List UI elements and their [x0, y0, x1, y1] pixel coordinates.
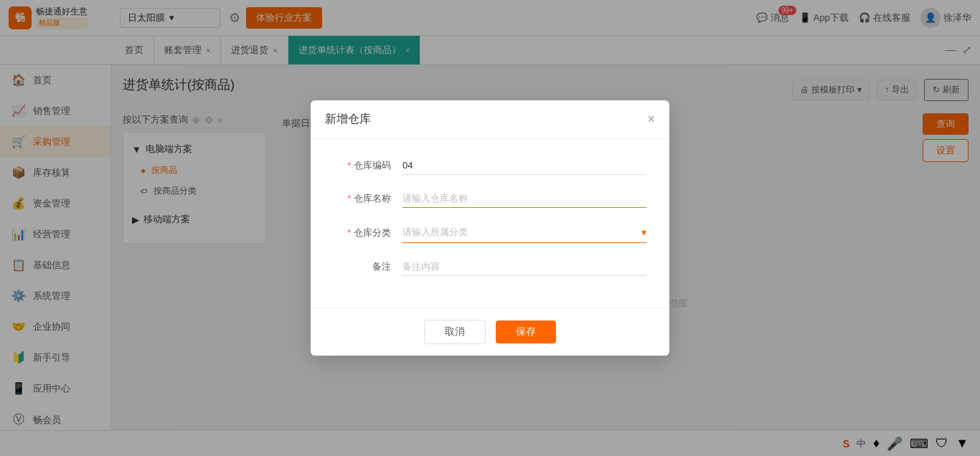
dialog-title: 新增仓库 [325, 112, 371, 127]
category-placeholder: 请输入所属分类 [402, 226, 468, 239]
save-btn[interactable]: 保存 [496, 320, 556, 343]
name-input[interactable] [402, 189, 646, 208]
form-row-note: 备注 [334, 257, 646, 276]
modal-overlay: 新增仓库 × 仓库编码 仓库名称 仓库分类 请输入所属分类 ▾ [0, 0, 980, 456]
new-warehouse-dialog: 新增仓库 × 仓库编码 仓库名称 仓库分类 请输入所属分类 ▾ [311, 100, 669, 356]
code-input[interactable] [402, 156, 646, 175]
form-row-code: 仓库编码 [334, 156, 646, 175]
dialog-body: 仓库编码 仓库名称 仓库分类 请输入所属分类 ▾ 备注 [311, 139, 669, 308]
category-arrow-icon: ▾ [641, 227, 646, 238]
form-row-name: 仓库名称 [334, 189, 646, 208]
note-input[interactable] [402, 257, 646, 276]
form-row-category: 仓库分类 请输入所属分类 ▾ [334, 222, 646, 243]
cancel-btn[interactable]: 取消 [424, 320, 486, 344]
code-label: 仓库编码 [334, 159, 391, 172]
dialog-close-btn[interactable]: × [647, 112, 655, 127]
dialog-footer: 取消 保存 [311, 308, 669, 356]
dialog-header: 新增仓库 × [311, 100, 669, 139]
note-label: 备注 [334, 260, 391, 273]
name-label: 仓库名称 [334, 192, 391, 205]
category-select[interactable]: 请输入所属分类 ▾ [402, 222, 646, 243]
category-label: 仓库分类 [334, 227, 391, 239]
